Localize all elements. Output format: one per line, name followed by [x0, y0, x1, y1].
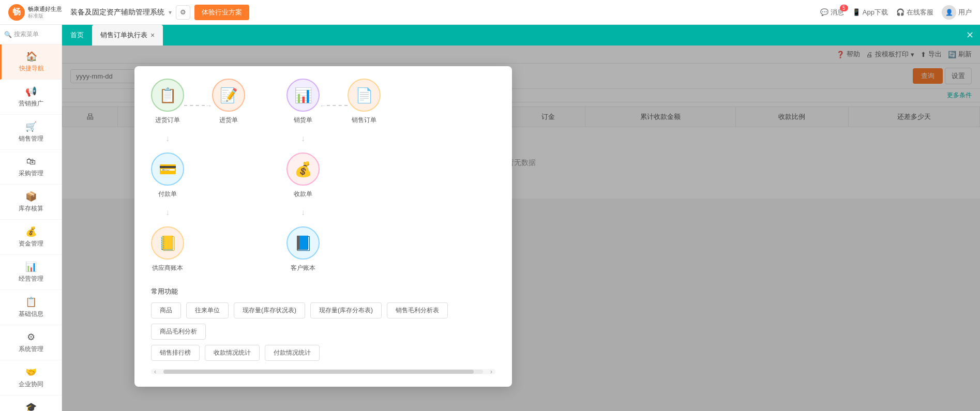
scroll-right-arrow[interactable]: › [487, 368, 495, 375]
h-connector-1: → [184, 79, 212, 122]
common-functions: 常用功能 商品 往来单位 现存量(库存状况表) 现存量(库存分布表) 销售毛利分… [151, 287, 495, 361]
search-menu-button[interactable]: 🔍 搜索菜单 [4, 30, 57, 39]
sidebar-item-enterprise[interactable]: 🤝 企业协同 [0, 360, 62, 395]
flow-col-right: 📄 销售订单 [348, 79, 381, 125]
flow-node-customer-ledger[interactable]: 📘 客户账本 [287, 226, 320, 272]
search-icon: 🔍 [4, 31, 12, 38]
func-btn-receipt-stats[interactable]: 收款情况统计 [205, 345, 260, 361]
flow-node-sales-bill[interactable]: 📊 销货单 [287, 79, 320, 125]
finance-icon: 💰 [25, 226, 37, 237]
func-btn-partner[interactable]: 往来单位 [186, 302, 229, 318]
inventory-icon: 📦 [25, 191, 37, 202]
dropdown-arrow-icon[interactable]: ▾ [169, 9, 172, 16]
message-badge: 5 [840, 5, 848, 11]
main-layout: 🔍 搜索菜单 🏠 快捷导航 📢 营销推广 🛒 销售管理 🛍 采购管理 📦 库存核… [0, 25, 980, 411]
guide-icon: 🎓 [25, 402, 37, 411]
arrow-down-1: ↓ [165, 134, 170, 143]
sidebar-item-quick-nav[interactable]: 🏠 快捷导航 [0, 44, 62, 80]
h-connector-2: ← [320, 79, 348, 122]
app-download-button[interactable]: 📱 App下载 [852, 8, 888, 17]
purchase-bill-icon: 📝 [212, 79, 245, 112]
arrow-down-4: ↓ [301, 208, 305, 217]
tab-bar-close-button[interactable]: ✕ [959, 25, 980, 45]
arrow-down-3: ↓ [301, 134, 305, 143]
sidebar-item-guide[interactable]: 🎓 新手引导 [0, 395, 62, 411]
user-menu-button[interactable]: 👤 用户 [942, 5, 972, 20]
marketing-icon: 📢 [25, 86, 37, 97]
flow-diagram: 📋 进货订单 ↓ 💳 付款单 ↓ [151, 79, 495, 272]
func-btn-sales-rank[interactable]: 销售排行榜 [151, 345, 200, 361]
modal-overlay: 📋 进货订单 ↓ 💳 付款单 ↓ [62, 45, 980, 411]
flow-node-sales-order[interactable]: 📄 销售订单 [348, 79, 381, 125]
avatar: 👤 [942, 5, 956, 20]
sales-order-icon: 📄 [348, 79, 381, 112]
logo-text: 畅康通好生意 标准版 [28, 5, 62, 19]
headset-icon: 🎧 [896, 8, 904, 16]
header-right: 💬 消息 5 📱 App下载 🎧 在线客服 👤 用户 [820, 5, 972, 20]
phone-icon: 📱 [852, 8, 861, 16]
basic-info-icon: 📋 [25, 296, 37, 308]
flow-col-mid-right: 📊 销货单 ↓ 💰 收款单 ↓ [287, 79, 320, 272]
online-service-button[interactable]: 🎧 在线客服 [896, 8, 933, 17]
func-btn-product[interactable]: 商品 [151, 302, 181, 318]
func-row-1: 商品 往来单位 现存量(库存状况表) 现存量(库存分布表) 销售毛利分析表 商品… [151, 302, 495, 340]
purchase-icon: 🛍 [26, 156, 36, 167]
try-industry-button[interactable]: 体验行业方案 [194, 5, 249, 20]
flow-node-purchase-bill[interactable]: 📝 进货单 [212, 79, 245, 125]
flow-node-supplier-ledger[interactable]: 📒 供应商账本 [151, 226, 184, 272]
settings-button[interactable]: ⚙ [176, 5, 190, 20]
sidebar-item-purchase[interactable]: 🛍 采购管理 [0, 150, 62, 185]
func-btn-payment-stats[interactable]: 付款情况统计 [265, 345, 320, 361]
modal-scrollbar: ‹ › [151, 369, 495, 374]
func-btn-product-profit[interactable]: 商品毛利分析 [151, 324, 206, 340]
content-area: 首页 销售订单执行表 × ✕ ❓ 帮助 🖨 按模板打印 ▾ [62, 25, 980, 411]
supplier-ledger-icon: 📒 [151, 226, 184, 260]
logo-area: 畅 畅康通好生意 标准版 [8, 4, 70, 21]
sales-icon: 🛒 [25, 121, 37, 132]
sidebar-item-marketing[interactable]: 📢 营销推广 [0, 80, 62, 115]
flow-node-receipt[interactable]: 💰 收款单 [287, 153, 320, 199]
sidebar-item-sales[interactable]: 🛒 销售管理 [0, 115, 62, 150]
sidebar: 🔍 搜索菜单 🏠 快捷导航 📢 营销推广 🛒 销售管理 🛍 采购管理 📦 库存核… [0, 25, 62, 411]
func-btn-stock-dist[interactable]: 现存量(库存分布表) [310, 302, 382, 318]
system-name: 装备及固定资产辅助管理系统 [70, 8, 164, 17]
sidebar-search[interactable]: 🔍 搜索菜单 [0, 25, 62, 44]
flow-col-left: 📋 进货订单 ↓ 💳 付款单 ↓ [151, 79, 184, 272]
sidebar-item-system[interactable]: ⚙ 系统管理 [0, 325, 62, 360]
top-header: 畅 畅康通好生意 标准版 装备及固定资产辅助管理系统 ▾ ⚙ 体验行业方案 💬 … [0, 0, 980, 25]
purchase-order-icon: 📋 [151, 79, 184, 112]
modal-box: 📋 进货订单 ↓ 💳 付款单 ↓ [134, 66, 512, 387]
func-btn-sales-profit[interactable]: 销售毛利分析表 [387, 302, 448, 318]
operations-icon: 📊 [25, 261, 37, 272]
scroll-thumb[interactable] [163, 370, 474, 374]
sidebar-item-operations[interactable]: 📊 经营管理 [0, 255, 62, 290]
tab-close-icon[interactable]: × [150, 31, 155, 39]
home-icon: 🏠 [26, 51, 37, 62]
page-content: ❓ 帮助 🖨 按模板打印 ▾ ⬆ 导出 🔄 刷新 [62, 45, 980, 411]
receipt-icon: 💰 [287, 153, 320, 186]
common-funcs-title: 常用功能 [151, 287, 495, 296]
tab-home[interactable]: 首页 [62, 25, 92, 45]
func-btn-stock-status[interactable]: 现存量(库存状况表) [234, 302, 305, 318]
flow-node-payment[interactable]: 💳 付款单 [151, 153, 184, 199]
sidebar-item-basic-info[interactable]: 📋 基础信息 [0, 290, 62, 325]
tab-bar: 首页 销售订单执行表 × ✕ [62, 25, 980, 45]
sidebar-item-inventory[interactable]: 📦 库存核算 [0, 185, 62, 220]
header-middle: 装备及固定资产辅助管理系统 ▾ ⚙ 体验行业方案 [70, 5, 820, 20]
tab-sales-order[interactable]: 销售订单执行表 × [92, 25, 163, 45]
sales-bill-icon: 📊 [287, 79, 320, 112]
sidebar-item-finance[interactable]: 💰 资金管理 [0, 220, 62, 255]
scroll-track [163, 370, 483, 374]
scroll-left-arrow[interactable]: ‹ [151, 368, 159, 375]
flow-col-mid-left: 📝 进货单 [212, 79, 245, 125]
message-button[interactable]: 💬 消息 5 [820, 8, 844, 17]
func-row-2: 销售排行榜 收款情况统计 付款情况统计 [151, 345, 495, 361]
system-icon: ⚙ [27, 331, 35, 343]
arrow-down-2: ↓ [165, 208, 170, 217]
payment-icon: 💳 [151, 153, 184, 186]
logo-icon: 畅 [8, 4, 25, 21]
flow-node-purchase-order[interactable]: 📋 进货订单 [151, 79, 184, 125]
message-icon: 💬 [820, 8, 828, 16]
enterprise-icon: 🤝 [25, 367, 37, 378]
customer-ledger-icon: 📘 [287, 226, 320, 260]
